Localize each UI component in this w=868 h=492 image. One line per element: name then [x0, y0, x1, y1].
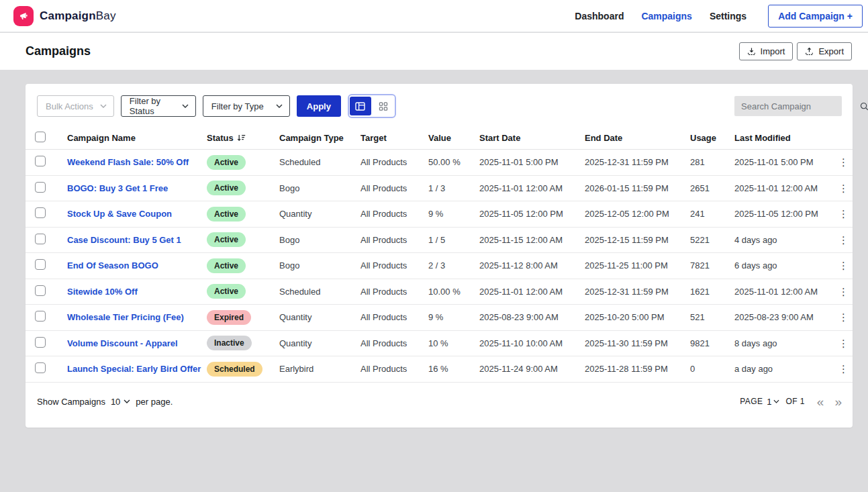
start-date-cell: 2025-11-24 9:00 AM — [479, 364, 585, 374]
campaign-type-cell: Scheduled — [279, 157, 360, 167]
last-modified-cell: 2025-08-23 9:00 AM — [734, 312, 838, 322]
sort-descending-icon[interactable] — [237, 134, 246, 142]
status-badge: Active — [207, 258, 246, 273]
filter-status-select[interactable]: Filter by Status — [121, 95, 196, 117]
usage-cell: 521 — [690, 312, 734, 322]
col-status[interactable]: Status — [207, 133, 279, 143]
target-cell: All Products — [360, 338, 428, 348]
kebab-menu-icon[interactable]: ⋮ — [838, 183, 849, 193]
row-checkbox[interactable] — [35, 311, 46, 322]
nav-settings[interactable]: Settings — [710, 11, 746, 21]
campaign-name-link[interactable]: BOGO: Buy 3 Get 1 Free — [67, 183, 168, 193]
kebab-menu-icon[interactable]: ⋮ — [838, 157, 849, 167]
kebab-menu-icon[interactable]: ⋮ — [838, 312, 849, 322]
kebab-menu-icon[interactable]: ⋮ — [838, 260, 849, 270]
brand-light: Bay — [96, 9, 116, 22]
end-date-cell: 2025-12-31 11:59 PM — [585, 157, 690, 167]
campaign-name-link[interactable]: End Of Season BOGO — [67, 260, 158, 270]
row-checkbox[interactable] — [35, 362, 46, 373]
start-date-cell: 2025-08-23 9:00 AM — [479, 312, 585, 322]
title-actions: Import Export — [739, 42, 852, 60]
row-checkbox[interactable] — [35, 337, 46, 348]
chevron-down-icon — [182, 104, 189, 108]
select-all-checkbox[interactable] — [35, 132, 46, 142]
campaign-name-link[interactable]: Stock Up & Save Coupon — [67, 209, 172, 219]
value-cell: 10.00 % — [428, 287, 479, 297]
status-badge: Active — [207, 155, 246, 170]
table-header-row: Campaign Name Status Campaign Type Targe… — [26, 127, 853, 150]
page-label: PAGE — [740, 397, 763, 406]
nav-campaigns[interactable]: Campaigns — [641, 11, 691, 21]
import-label: Import — [761, 46, 785, 56]
table-row: End Of Season BOGO Active Bogo All Produ… — [26, 253, 853, 279]
value-cell: 9 % — [428, 312, 479, 322]
page-select[interactable]: 1 — [767, 397, 779, 407]
last-modified-cell: 2025-11-01 12:00 AM — [734, 287, 838, 297]
chevron-down-icon — [773, 399, 779, 403]
campaign-type-cell: Earlybird — [279, 364, 360, 374]
bulk-actions-select[interactable]: Bulk Actions — [37, 95, 114, 117]
campaign-name-link[interactable]: Wholesale Tier Pricing (Fee) — [67, 312, 184, 322]
table-row: BOGO: Buy 3 Get 1 Free Active Bogo All P… — [26, 176, 853, 202]
row-checkbox[interactable] — [35, 234, 46, 244]
usage-cell: 5221 — [690, 235, 734, 245]
value-cell: 10 % — [428, 338, 479, 348]
search-icon[interactable] — [859, 101, 868, 111]
campaign-name-link[interactable]: Sitewide 10% Off — [67, 287, 138, 297]
usage-cell: 1621 — [690, 287, 734, 297]
start-date-cell: 2025-11-12 8:00 AM — [479, 260, 585, 270]
target-cell: All Products — [360, 287, 428, 297]
nav-dashboard[interactable]: Dashboard — [575, 11, 624, 21]
next-page-icon[interactable]: » — [834, 395, 842, 408]
table-view-button[interactable] — [350, 97, 371, 115]
campaigns-card: Bulk Actions Filter by Status Filter by … — [26, 84, 853, 428]
table-row: Sitewide 10% Off Active Scheduled All Pr… — [26, 279, 853, 305]
filter-status-label: Filter by Status — [130, 96, 175, 116]
target-cell: All Products — [360, 364, 428, 374]
table-row: Volume Discount - Apparel Inactive Quant… — [26, 331, 853, 357]
kebab-menu-icon[interactable]: ⋮ — [838, 287, 849, 297]
campaign-name-link[interactable]: Launch Special: Early Bird Offer — [67, 364, 201, 374]
row-checkbox[interactable] — [35, 207, 46, 218]
card-footer: Show Campaigns 10 per page. PAGE 1 OF 1 … — [26, 383, 853, 408]
row-checkbox[interactable] — [35, 182, 46, 193]
filter-type-select[interactable]: Filter by Type — [203, 95, 290, 117]
chevron-down-icon — [100, 104, 107, 108]
campaign-type-cell: Bogo — [279, 260, 360, 270]
add-campaign-button[interactable]: Add Campaign + — [768, 5, 863, 28]
value-cell: 50.00 % — [428, 157, 479, 167]
campaign-name-link[interactable]: Case Discount: Buy 5 Get 1 — [67, 235, 181, 245]
kebab-menu-icon[interactable]: ⋮ — [838, 338, 849, 348]
start-date-cell: 2025-11-01 5:00 PM — [479, 157, 585, 167]
campaign-name-link[interactable]: Volume Discount - Apparel — [67, 338, 178, 348]
value-cell: 16 % — [428, 364, 479, 374]
kebab-menu-icon[interactable]: ⋮ — [838, 209, 849, 219]
search-input[interactable] — [741, 101, 859, 111]
row-checkbox[interactable] — [35, 285, 46, 296]
campaign-name-link[interactable]: Weekend Flash Sale: 50% Off — [67, 157, 189, 167]
import-button[interactable]: Import — [739, 42, 793, 60]
search-box — [734, 96, 842, 116]
bulk-actions-label: Bulk Actions — [46, 101, 93, 111]
brand-name: CampaignBay — [40, 9, 116, 23]
grid-view-button[interactable] — [373, 97, 394, 115]
target-cell: All Products — [360, 183, 428, 193]
export-button[interactable]: Export — [797, 42, 852, 60]
status-badge: Active — [207, 232, 246, 247]
row-checkbox[interactable] — [35, 259, 46, 270]
col-value: Value — [428, 133, 479, 143]
apply-button[interactable]: Apply — [297, 95, 341, 117]
target-cell: All Products — [360, 157, 428, 167]
last-modified-cell: 2025-11-05 12:00 PM — [734, 209, 838, 219]
row-checkbox[interactable] — [35, 156, 46, 166]
campaign-type-cell: Bogo — [279, 235, 360, 245]
show-campaigns-label: Show Campaigns — [37, 397, 105, 407]
previous-page-icon[interactable]: « — [817, 395, 824, 408]
kebab-menu-icon[interactable]: ⋮ — [838, 235, 849, 245]
end-date-cell: 2025-12-31 11:59 PM — [585, 287, 690, 297]
last-modified-cell: 6 days ago — [734, 260, 838, 270]
per-page-select[interactable]: 10 — [111, 397, 130, 407]
last-modified-cell: a day ago — [734, 364, 838, 374]
end-date-cell: 2025-11-30 11:59 PM — [585, 338, 690, 348]
kebab-menu-icon[interactable]: ⋮ — [838, 364, 849, 374]
